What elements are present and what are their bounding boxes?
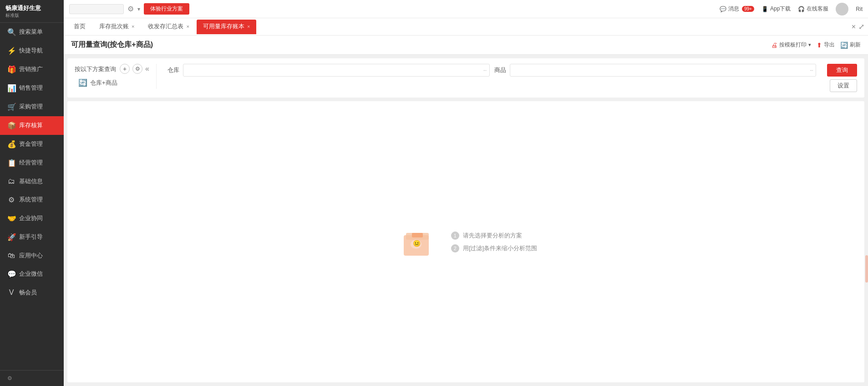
sidebar-item-label-sales: 销售管理 [19,84,43,92]
tab-close-available-stock[interactable]: × [247,24,250,29]
query-button[interactable]: 查询 [827,64,857,77]
tab-home[interactable]: 首页 [67,20,92,34]
svg-text:😐: 😐 [413,240,421,247]
marketing-icon: 🎁 [7,65,15,74]
sidebar-item-appstore[interactable]: 🛍应用中心 [0,247,64,265]
sidebar-scroll: 🔍搜索菜单⚡快捷导航🎁营销推广📊销售管理🛒采购管理📦库存核算💰资金管理📋经营管理… [0,23,64,370]
sidebar-item-basic[interactable]: 🗂基础信息 [0,172,64,190]
sidebar-item-label-member: 畅会员 [19,288,37,297]
message-item[interactable]: 💬 消息 99+ [720,5,754,13]
right-scrollbar[interactable] [865,255,868,283]
tab-inventory-summary[interactable]: 收发存汇总表× [142,20,195,34]
tab-label-inventory-summary: 收发存汇总表 [148,22,183,31]
service-item[interactable]: 🎧 在线客服 [798,5,828,13]
gear-icon[interactable]: ⚙ [127,5,134,13]
operation-icon: 📋 [7,159,15,167]
tab-available-stock[interactable]: 可用量库存账本× [197,20,256,34]
newbie-icon: 🚀 [7,233,15,242]
sidebar-item-label-purchase: 采购管理 [19,103,43,111]
sidebar-item-newbie[interactable]: 🚀新手引导 [0,228,64,247]
close-window-button[interactable]: × [852,23,856,31]
inventory-icon: 📦 [7,121,15,130]
sales-icon: 📊 [7,84,15,93]
tab-close-inventory-summary[interactable]: × [186,24,189,29]
print-dropdown-icon[interactable]: ▾ [808,42,811,48]
tab-label-home: 首页 [74,22,86,31]
goods-field: 商品 ··· [494,64,817,77]
goods-label: 商品 [494,66,506,74]
tab-batch-account[interactable]: 库存批次账× [93,20,141,34]
tab-bar: 首页库存批次账×收发存汇总表×可用量库存账本× × ⤢ [64,18,868,36]
sidebar-item-label-system: 系统管理 [19,196,43,204]
app-download-item[interactable]: 📱 App下载 [761,5,791,13]
sidebar-item-label-capital: 资金管理 [19,140,43,148]
message-label: 消息 [728,5,739,13]
print-action[interactable]: 🖨 按模板打印 ▾ [771,41,811,49]
sidebar-item-system[interactable]: ⚙系统管理 [0,190,64,209]
scheme-item-warehouse-goods[interactable]: 🔄 仓库+商品 [75,77,151,89]
sidebar-item-capital[interactable]: 💰资金管理 [0,135,64,154]
collapse-button[interactable]: « [145,65,149,73]
sidebar-item-operation[interactable]: 📋经营管理 [0,154,64,172]
dropdown-icon[interactable]: ▾ [137,6,140,12]
filter-label: 按以下方案查询 [75,64,116,73]
filter-scheme-section: 按以下方案查询 + ⚙ « 🔄 仓库+商品 [75,64,157,89]
sidebar-item-inventory[interactable]: 📦库存核算 [0,116,64,135]
sidebar-item-shortcut[interactable]: ⚡快捷导航 [0,41,64,60]
industry-solution-button[interactable]: 体验行业方案 [144,3,189,15]
warehouse-more-icon[interactable]: ··· [483,67,486,73]
app-label: App下载 [770,5,791,13]
settings-button[interactable]: 设置 [830,79,857,92]
add-scheme-button[interactable]: + [120,64,130,74]
sidebar-item-label-newbie: 新手引导 [19,233,43,241]
avatar [836,3,848,15]
expand-window-button[interactable]: ⤢ [858,22,864,31]
page-header: 可用量查询(按仓库+商品) 🖨 按模板打印 ▾ ⬆ 导出 🔄 刷新 [64,36,868,55]
system-icon: ⚙ [7,196,15,204]
goods-more-icon[interactable]: ··· [810,67,813,73]
phone-icon: 📱 [761,6,768,12]
hint-text-1: 请先选择要分析的方案 [463,232,522,240]
hint-number-1: 1 [451,232,459,240]
sidebar: 畅康通好生意 标准版 🔍搜索菜单⚡快捷导航🎁营销推广📊销售管理🛒采购管理📦库存核… [0,0,64,386]
sidebar-item-label-marketing: 营销推广 [19,65,43,73]
enterprise-icon: 🤝 [7,214,15,223]
sidebar-item-label-search: 搜索菜单 [19,28,43,36]
brand-name: 畅康通好生意 [5,5,58,12]
hint-number-2: 2 [451,244,459,252]
sidebar-item-sales[interactable]: 📊销售管理 [0,79,64,98]
goods-input[interactable]: ··· [510,64,817,77]
capital-icon: 💰 [7,140,15,149]
warehouse-input[interactable]: ··· [183,64,490,77]
sidebar-item-enterprise[interactable]: 🤝企业协同 [0,209,64,228]
sidebar-item-purchase[interactable]: 🛒采购管理 [0,98,64,116]
sidebar-item-wechat[interactable]: 💬企业微信 [0,265,64,283]
export-label: 导出 [824,41,835,49]
tab-close-batch-account[interactable]: × [132,24,134,29]
scheme-settings-button[interactable]: ⚙ [132,64,142,74]
sidebar-item-label-operation: 经营管理 [19,159,43,167]
username: Rit [856,6,863,12]
empty-illustration: 😐 [395,219,440,265]
sidebar-item-label-appstore: 应用中心 [19,252,43,260]
filter-row: 按以下方案查询 + ⚙ « 🔄 仓库+商品 [75,64,857,92]
sidebar-item-search[interactable]: 🔍搜索菜单 [0,23,64,41]
sidebar-item-member[interactable]: V畅会员 [0,283,64,302]
service-label: 在线客服 [807,5,828,13]
export-icon: ⬆ [817,41,822,49]
sidebar-logo: 畅康通好生意 标准版 [0,0,64,23]
settings-icon: ⚙ [7,375,12,381]
export-action[interactable]: ⬆ 导出 [817,41,835,49]
topbar: ⚙ ▾ 体验行业方案 💬 消息 99+ 📱 App下载 🎧 在线客服 Rit [64,0,868,18]
sidebar-item-label-inventory: 库存核算 [19,121,43,129]
print-label: 按模板打印 [779,41,807,49]
topbar-right: 💬 消息 99+ 📱 App下载 🎧 在线客服 Rit [720,3,863,15]
tabs-right: × ⤢ [852,22,864,31]
sidebar-item-marketing[interactable]: 🎁营销推广 [0,60,64,79]
purchase-icon: 🛒 [7,103,15,111]
main-area: ⚙ ▾ 体验行业方案 💬 消息 99+ 📱 App下载 🎧 在线客服 Rit 首… [64,0,868,386]
search-icon: 🔍 [7,28,15,36]
refresh-action[interactable]: 🔄 刷新 [840,41,861,49]
scheme-icon: 🔄 [78,78,87,87]
search-input[interactable] [69,4,124,14]
